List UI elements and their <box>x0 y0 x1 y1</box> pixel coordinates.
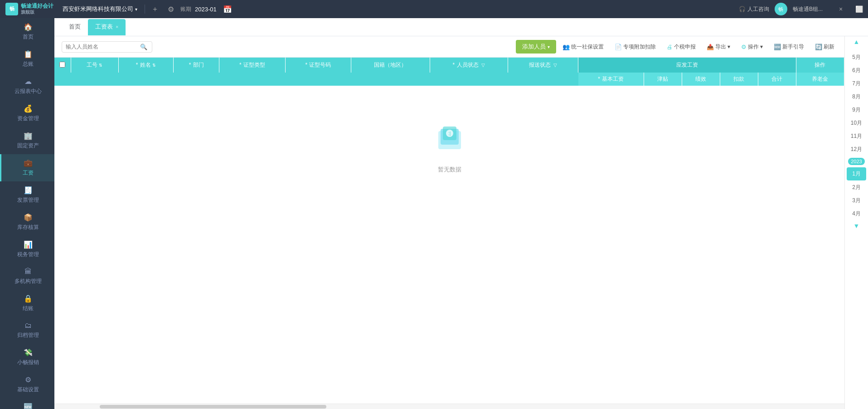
sidebar-label-expense: 小畅报销 <box>17 359 39 366</box>
month-2[interactable]: 2月 <box>845 181 868 194</box>
company-select[interactable]: 西安虾米网络科技有限公司 ▾ <box>59 3 141 15</box>
close-window-btn[interactable]: × <box>832 0 850 18</box>
new-guide-icon: 🆕 <box>774 44 781 50</box>
headset-icon: 🎧 <box>739 6 746 12</box>
year-label-2023[interactable]: 2023 <box>848 158 864 165</box>
th-status: * 人员状态 ▽ <box>430 58 508 73</box>
th-id-no-label: 证型号码 <box>309 62 331 68</box>
search-input[interactable] <box>66 44 138 50</box>
sidebar-item-salary[interactable]: 💼 工资 <box>0 154 54 181</box>
sidebar-label-multi: 多机构管理 <box>15 278 42 285</box>
month-11[interactable]: 11月 <box>845 130 868 143</box>
add-person-btn[interactable]: 添加人员 ▾ <box>516 40 556 54</box>
th-basic-salary-label: 基本工资 <box>602 76 624 82</box>
required-star-name: * <box>136 62 138 68</box>
sidebar-item-fund[interactable]: 💰 资金管理 <box>0 100 54 127</box>
required-star-dept: * <box>189 62 191 68</box>
month-12[interactable]: 12月 <box>845 143 868 156</box>
divider <box>145 5 145 14</box>
sidebar-item-guide[interactable]: 🆕 新手引导 <box>0 398 54 409</box>
th-emp-no-label: 工号 <box>87 62 97 68</box>
month-10[interactable]: 10月 <box>845 117 868 130</box>
th-id-type: * 证型类型 <box>219 58 286 73</box>
sidebar-item-archive[interactable]: 🗂 归档管理 <box>0 317 54 344</box>
tab-salary-label: 工资表 <box>95 23 113 31</box>
th-pension-spacer: 养老金 <box>796 73 844 86</box>
close-book-icon: 🔒 <box>24 294 33 303</box>
th-deduction: 扣款 <box>720 73 758 86</box>
month-6[interactable]: 6月 <box>845 64 868 77</box>
select-all-checkbox[interactable] <box>59 62 65 68</box>
month-9[interactable]: 9月 <box>845 103 868 117</box>
th-checkbox[interactable] <box>54 58 71 73</box>
logo-text-group: 畅途通好会计 旗舰版 <box>21 3 53 15</box>
social-settings-btn[interactable]: 👥 统一社保设置 <box>560 41 606 53</box>
th-performance: 绩效 <box>682 73 720 86</box>
month-scroll-down-btn[interactable]: ▼ <box>852 220 862 231</box>
export-btn[interactable]: 📤 导出 ▾ <box>704 41 733 53</box>
table-scroll-bar <box>54 404 844 409</box>
th-id-no: * 证型号码 <box>285 58 351 73</box>
company-name: 西安虾米网络科技有限公司 <box>63 5 133 13</box>
th-dept: * 部门 <box>174 58 219 73</box>
sidebar-item-inventory[interactable]: 📦 库存核算 <box>0 209 54 236</box>
table-header-row1: 工号 ⇅ * 姓名 ⇅ * 部门 <box>54 58 844 73</box>
tab-bar: 首页 工资表 × <box>54 18 868 36</box>
toolbar-actions: 👥 统一社保设置 📄 专项附加扣除 🖨 个税申报 📤 <box>560 41 837 53</box>
month-7[interactable]: 7月 <box>845 77 868 90</box>
calendar-icon[interactable]: 📅 <box>220 3 235 15</box>
th-id-type-label: 证型类型 <box>243 62 265 68</box>
th-total: 合计 <box>758 73 796 86</box>
refresh-icon: 🔄 <box>815 44 822 50</box>
sidebar-item-expense[interactable]: 💸 小畅报销 <box>0 344 54 371</box>
search-wrap: 🔍 <box>62 41 152 53</box>
social-settings-label: 统一社保设置 <box>571 43 604 51</box>
special-deduct-btn[interactable]: 📄 专项附加扣除 <box>612 41 659 53</box>
new-guide-label: 新手引导 <box>782 43 804 51</box>
th-status-label: 人员状态 <box>457 62 479 68</box>
social-icon: 👥 <box>563 44 570 50</box>
th-operations: 操作 <box>796 58 844 73</box>
empty-text: 暂无数据 <box>438 166 461 174</box>
refresh-btn[interactable]: 🔄 刷新 <box>812 41 837 53</box>
tab-salary-table[interactable]: 工资表 × <box>88 19 126 35</box>
month-8[interactable]: 8月 <box>845 90 868 103</box>
month-scroll-up-btn[interactable]: ▲ <box>852 36 862 47</box>
expense-icon: 💸 <box>24 348 33 357</box>
add-company-btn[interactable]: ＋ <box>149 3 161 16</box>
sidebar-item-asset[interactable]: 🏢 固定资产 <box>0 127 54 154</box>
th-dept-label: 部门 <box>193 62 204 68</box>
sidebar: 🏠 首页 📋 总账 ☁ 云报表中心 💰 资金管理 🏢 固定资产 💼 工资 🧾 发… <box>0 18 54 409</box>
filter-icon-status[interactable]: ▽ <box>481 63 485 68</box>
sidebar-item-home[interactable]: 🏠 首页 <box>0 18 54 45</box>
sidebar-item-tax[interactable]: 📊 税务管理 <box>0 236 54 263</box>
tax-report-btn[interactable]: 🖨 个税申报 <box>664 41 698 53</box>
month-3[interactable]: 3月 <box>845 194 868 207</box>
sidebar-item-multi[interactable]: 🏛 多机构管理 <box>0 263 54 290</box>
export-icon: 📤 <box>707 44 714 50</box>
operations-icon: ⚙ <box>741 44 747 50</box>
month-4[interactable]: 4月 <box>845 207 868 220</box>
month-5[interactable]: 5月 <box>845 51 868 64</box>
sidebar-item-close[interactable]: 🔒 结账 <box>0 290 54 317</box>
th-operations-label: 操作 <box>815 62 825 68</box>
sidebar-item-ledger[interactable]: 📋 总账 <box>0 45 54 73</box>
settings-icon[interactable]: ⚙ <box>165 3 177 15</box>
scroll-thumb[interactable] <box>100 405 326 409</box>
sidebar-label-salary: 工资 <box>23 169 34 177</box>
sidebar-item-invoice[interactable]: 🧾 发票管理 <box>0 181 54 209</box>
required-star-status: * <box>453 62 455 68</box>
period-label: 账期 <box>180 5 191 13</box>
service-btn[interactable]: 🎧 人工咨询 <box>739 5 769 13</box>
new-guide-btn[interactable]: 🆕 新手引导 <box>771 41 807 53</box>
sidebar-item-report[interactable]: ☁ 云报表中心 <box>0 73 54 100</box>
month-1[interactable]: 1月 <box>847 167 866 180</box>
operations-btn[interactable]: ⚙ 操作 ▾ <box>738 41 766 53</box>
operations-label: 操作 <box>748 43 759 51</box>
tab-home[interactable]: 首页 <box>62 19 88 35</box>
filter-icon-report[interactable]: ▽ <box>553 63 557 68</box>
sidebar-item-settings[interactable]: ⚙ 基础设置 <box>0 371 54 398</box>
main-layout: 🏠 首页 📋 总账 ☁ 云报表中心 💰 资金管理 🏢 固定资产 💼 工资 🧾 发… <box>0 18 868 409</box>
tab-close-icon[interactable]: × <box>116 24 118 29</box>
maximize-window-btn[interactable]: ⬜ <box>850 0 868 18</box>
